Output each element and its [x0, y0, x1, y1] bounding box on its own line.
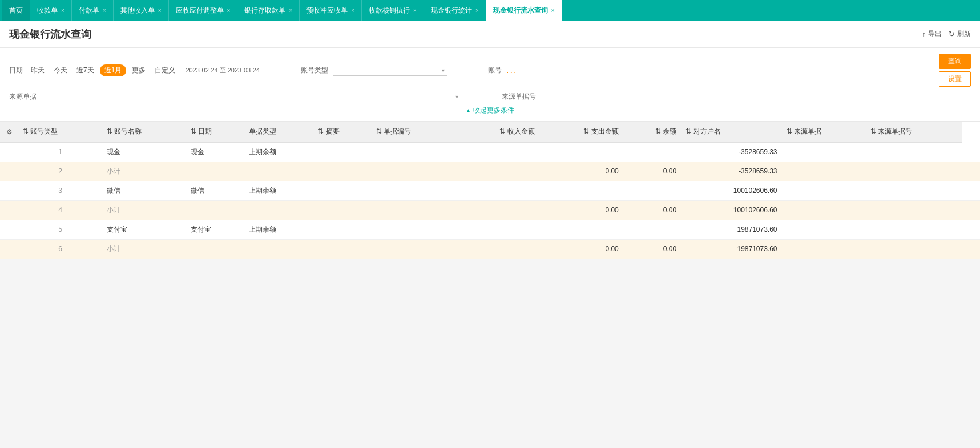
cell-income-amt [539, 220, 623, 239]
sort-summary-icon[interactable]: ⇅ [318, 127, 324, 135]
export-label: 导出 [928, 29, 942, 39]
account-type-label: 账号类型 [301, 66, 328, 75]
sort-source-doc-icon[interactable]: ⇅ [787, 127, 792, 135]
close-collect-icon[interactable]: × [413, 7, 417, 14]
nav-tab-collect-exec[interactable]: 收款核销执行 × [362, 0, 424, 21]
table-row[interactable]: 6小计0.000.0019871073.60 [0, 239, 980, 259]
col-income-amt-label: 收入金额 [507, 127, 535, 135]
prepay-offset-label: 预收冲应收单 [306, 6, 348, 15]
source-doc-no-input[interactable] [541, 91, 712, 102]
cell-counterpart [782, 181, 866, 200]
cell-balance: -3528659.33 [681, 162, 781, 181]
nav-tab-other-income[interactable]: 其他收入单 × [114, 0, 169, 21]
cell-row-num: 2 [18, 162, 102, 181]
cell-account-type: 微信 [102, 181, 186, 200]
close-cash-flow-icon[interactable]: × [551, 7, 555, 14]
action-buttons: 查询 设置 [939, 54, 971, 87]
sort-date-icon[interactable]: ⇅ [191, 127, 196, 135]
nav-tab-ar-ap-adjust[interactable]: 应收应付调整单 × [169, 0, 238, 21]
cell-doc-type [313, 239, 371, 259]
cell-expense-amt [623, 142, 681, 162]
sort-account-type-icon[interactable]: ⇅ [23, 127, 29, 135]
nav-tab-cash-bank-stat[interactable]: 现金银行统计 × [424, 0, 486, 21]
export-button[interactable]: ↑ 导出 [922, 29, 942, 39]
column-settings[interactable]: ⚙ [0, 122, 18, 142]
nav-tab-cash-bank-flow[interactable]: 现金银行流水查询 × [486, 0, 562, 21]
cell-row-num: 1 [18, 142, 102, 162]
cell-account-type: 小计 [102, 200, 186, 220]
collapse-label: 收起更多条件 [473, 106, 514, 115]
sort-income-icon[interactable]: ⇅ [499, 127, 505, 135]
cell-account-name: 现金 [186, 142, 244, 162]
cell-account-name [186, 200, 244, 220]
cell-source-doc [866, 142, 963, 162]
cell-summary [372, 239, 455, 259]
table-row[interactable]: 4小计0.000.00100102606.60 [0, 200, 980, 220]
sort-account-name-icon[interactable]: ⇅ [107, 127, 112, 135]
nav-tab-home[interactable]: 首页 [2, 0, 30, 21]
cell-counterpart [782, 162, 866, 181]
date-btn-custom[interactable]: 自定义 [151, 64, 179, 76]
cell-source-doc-no [962, 239, 980, 259]
account-no-dots-button[interactable]: ... [506, 65, 517, 75]
sort-doc-no-icon[interactable]: ⇅ [376, 127, 382, 135]
cash-bank-stat-label: 现金银行统计 [431, 6, 472, 15]
cell-expense-amt [623, 181, 681, 200]
sort-source-doc-no-icon[interactable]: ⇅ [870, 127, 876, 135]
cell-expense-amt [623, 220, 681, 239]
table-row[interactable]: 1现金现金上期余额-3528659.33 [0, 142, 980, 162]
account-type-input[interactable] [333, 65, 447, 76]
table-row[interactable]: 2小计0.000.00-3528659.33 [0, 162, 980, 181]
cell-account-name: 微信 [186, 181, 244, 200]
cell-source-doc-no [962, 181, 980, 200]
cell-expense-amt: 0.00 [623, 200, 681, 220]
cell-source-doc-no [962, 220, 980, 239]
cell-doc-type [313, 142, 371, 162]
export-icon: ↑ [922, 30, 926, 38]
cell-counterpart [782, 220, 866, 239]
settings-button[interactable]: 设置 [939, 71, 971, 87]
nav-tab-prepay-offset[interactable]: 预收冲应收单 × [300, 0, 362, 21]
close-ar-ap-icon[interactable]: × [227, 7, 231, 14]
cell-doc-no [455, 239, 539, 259]
cell-source-doc-no [962, 200, 980, 220]
cell-counterpart [782, 142, 866, 162]
nav-tab-payment[interactable]: 付款单 × [72, 0, 114, 21]
date-btn-more[interactable]: 更多 [128, 64, 149, 76]
date-buttons: 昨天 今天 近7天 近1月 更多 自定义 2023-02-24 至 2023-0… [27, 64, 260, 76]
table-row[interactable]: 5支付宝支付宝上期余额19871073.60 [0, 220, 980, 239]
refresh-button[interactable]: ↻ 刷新 [949, 29, 971, 39]
cell-date: 上期余额 [244, 142, 314, 162]
home-label: 首页 [9, 6, 23, 15]
sort-counterpart-icon[interactable]: ⇅ [685, 127, 691, 135]
cell-doc-type [313, 162, 371, 181]
ar-ap-adjust-label: 应收应付调整单 [176, 6, 224, 15]
date-btn-today[interactable]: 今天 [50, 64, 71, 76]
close-prepay-icon[interactable]: × [351, 7, 354, 14]
nav-tab-bank-deposit[interactable]: 银行存取款单 × [237, 0, 300, 21]
date-btn-yesterday[interactable]: 昨天 [27, 64, 48, 76]
date-btn-1month[interactable]: 近1月 [100, 64, 127, 76]
close-bank-deposit-icon[interactable]: × [289, 7, 292, 14]
cell-summary [372, 162, 455, 181]
filter-area: 日期 昨天 今天 近7天 近1月 更多 自定义 2023-02-24 至 202… [0, 48, 980, 122]
cell-source-doc [866, 200, 963, 220]
table-row[interactable]: 3微信微信上期余额100102606.60 [0, 181, 980, 200]
sort-expense-icon[interactable]: ⇅ [583, 127, 589, 135]
source-doc-input[interactable] [41, 91, 212, 102]
close-payment-icon[interactable]: × [103, 7, 106, 14]
cell-doc-no [455, 220, 539, 239]
cell-source-doc [866, 162, 963, 181]
query-button[interactable]: 查询 [939, 54, 971, 69]
close-cash-stat-icon[interactable]: × [475, 7, 479, 14]
date-btn-7days[interactable]: 近7天 [73, 64, 98, 76]
sort-balance-icon[interactable]: ⇅ [655, 127, 661, 135]
col-date: ⇅ 日期 [186, 122, 244, 142]
close-other-income-icon[interactable]: × [158, 7, 162, 14]
close-receipt-icon[interactable]: × [61, 7, 64, 14]
col-summary: ⇅ 摘要 [313, 122, 371, 142]
cell-counterpart [782, 200, 866, 220]
collapse-bar[interactable]: ▲ 收起更多条件 [9, 104, 971, 116]
cell-summary [372, 181, 455, 200]
nav-tab-receipt[interactable]: 收款单 × [30, 0, 72, 21]
